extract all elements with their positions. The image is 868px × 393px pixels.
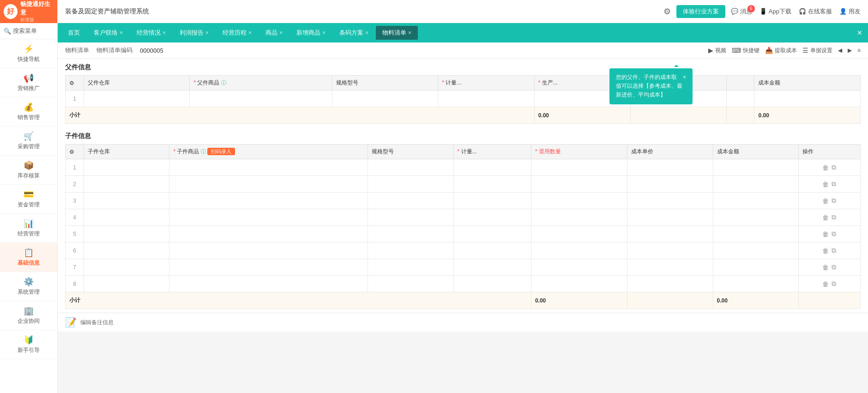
- child-unit-cost-cell[interactable]: [627, 193, 713, 209]
- close-icon[interactable]: ×: [408, 30, 411, 36]
- child-product-cell[interactable]: [169, 193, 368, 209]
- child-qty-cell[interactable]: [531, 193, 627, 209]
- prev-btn[interactable]: ◀: [838, 47, 842, 54]
- sidebar-item-enterprise[interactable]: 🏢 企业协同: [0, 301, 57, 330]
- child-measure-cell[interactable]: [453, 276, 531, 292]
- child-measure-cell[interactable]: [453, 242, 531, 259]
- child-measure-cell[interactable]: [453, 193, 531, 209]
- child-spec-cell[interactable]: [368, 176, 453, 193]
- sidebar-item-guide[interactable]: 🔰 新手引导: [0, 330, 57, 359]
- sidebar-item-basic-info[interactable]: 📋 基础信息: [0, 243, 57, 272]
- close-icon[interactable]: ×: [365, 30, 368, 36]
- tab-home[interactable]: 首页: [61, 26, 86, 40]
- sidebar-item-marketing[interactable]: 📢 营销推广: [0, 68, 57, 97]
- single-setting-btn[interactable]: ☰ 单据设置: [802, 47, 832, 54]
- tab-new-product[interactable]: 新增商品×: [290, 26, 332, 40]
- close-icon[interactable]: ×: [248, 30, 252, 36]
- child-measure-cell[interactable]: [453, 176, 531, 193]
- close-icon[interactable]: ×: [163, 30, 166, 36]
- user-btn[interactable]: 👤 用友: [839, 7, 861, 16]
- next-btn[interactable]: ▶: [848, 47, 852, 54]
- delete-icon[interactable]: 🗑: [822, 164, 829, 171]
- parent-col-settings[interactable]: ⚙: [66, 76, 84, 91]
- child-product-cell[interactable]: [169, 159, 368, 176]
- tab-history[interactable]: 经营历程×: [216, 26, 258, 40]
- child-warehouse-cell[interactable]: [84, 259, 169, 276]
- copy-icon[interactable]: ⧉: [832, 197, 836, 205]
- parent-measure-cell[interactable]: [438, 91, 534, 107]
- tab-barcode[interactable]: 条码方案×: [333, 26, 375, 40]
- bottom-note-text[interactable]: 编辑备注信息: [80, 319, 114, 326]
- child-warehouse-cell[interactable]: [84, 242, 169, 259]
- copy-icon[interactable]: ⧉: [832, 213, 836, 221]
- delete-icon[interactable]: 🗑: [822, 247, 829, 254]
- tab-bom[interactable]: 物料清单×: [376, 26, 418, 40]
- sidebar-item-finance[interactable]: 💳 资金管理: [0, 185, 57, 214]
- tab-customer[interactable]: 客户联络×: [87, 26, 129, 40]
- child-product-cell[interactable]: [169, 242, 368, 259]
- view-btn[interactable]: ▶ 视频: [708, 47, 726, 54]
- tab-products[interactable]: 商品×: [259, 26, 289, 40]
- delete-icon[interactable]: 🗑: [822, 280, 829, 288]
- child-qty-cell[interactable]: [531, 159, 627, 176]
- messages-btn[interactable]: 💬 消息 6: [731, 7, 752, 16]
- child-qty-cell[interactable]: [531, 242, 627, 259]
- sidebar-item-system[interactable]: ⚙️ 系统管理: [0, 272, 57, 301]
- tab-operations[interactable]: 经营情况×: [130, 26, 172, 40]
- child-spec-cell[interactable]: [368, 242, 453, 259]
- child-qty-cell[interactable]: [531, 209, 627, 226]
- sidebar-item-sales[interactable]: 💰 销售管理: [0, 97, 57, 127]
- child-warehouse-cell[interactable]: [84, 209, 169, 226]
- experience-btn[interactable]: 体验行业方案: [676, 5, 725, 18]
- child-unit-cost-cell[interactable]: [627, 276, 713, 292]
- sidebar-item-quick-nav[interactable]: ⚡ 快捷导航: [0, 39, 57, 68]
- child-unit-cost-cell[interactable]: [627, 159, 713, 176]
- child-qty-cell[interactable]: [531, 226, 627, 242]
- sidebar-search[interactable]: 🔍 搜索菜单: [0, 23, 57, 39]
- close-icon[interactable]: ×: [322, 30, 326, 36]
- child-warehouse-cell[interactable]: [84, 226, 169, 242]
- child-spec-cell[interactable]: [368, 159, 453, 176]
- child-spec-cell[interactable]: [368, 276, 453, 292]
- child-product-cell[interactable]: [169, 276, 368, 292]
- child-product-cell[interactable]: [169, 176, 368, 193]
- child-measure-cell[interactable]: [453, 226, 531, 242]
- online-service-btn[interactable]: 🎧 在线客服: [799, 7, 832, 16]
- child-product-cell[interactable]: [169, 226, 368, 242]
- close-icon[interactable]: ×: [120, 30, 123, 36]
- child-unit-cost-cell[interactable]: [627, 259, 713, 276]
- child-measure-cell[interactable]: [453, 159, 531, 176]
- sidebar-item-inventory[interactable]: 📦 库存核算: [0, 156, 57, 185]
- child-unit-cost-cell[interactable]: [627, 176, 713, 193]
- child-spec-cell[interactable]: [368, 226, 453, 242]
- tooltip-close-btn[interactable]: ×: [683, 73, 686, 82]
- child-warehouse-cell[interactable]: [84, 193, 169, 209]
- list-view-btn[interactable]: ≡: [857, 47, 861, 54]
- child-unit-cost-cell[interactable]: [627, 209, 713, 226]
- copy-icon[interactable]: ⧉: [832, 163, 836, 171]
- child-measure-cell[interactable]: [453, 209, 531, 226]
- close-all-tabs[interactable]: ✕: [855, 27, 864, 38]
- app-download-btn[interactable]: 📱 App下载: [760, 7, 791, 16]
- close-icon[interactable]: ×: [279, 30, 283, 36]
- child-warehouse-cell[interactable]: [84, 176, 169, 193]
- child-spec-cell[interactable]: [368, 193, 453, 209]
- child-spec-cell[interactable]: [368, 259, 453, 276]
- copy-icon[interactable]: ⧉: [832, 263, 836, 271]
- shortcut-btn[interactable]: ⌨ 快捷键: [732, 47, 760, 54]
- settings-icon[interactable]: ⚙: [663, 6, 671, 17]
- copy-icon[interactable]: ⧉: [832, 280, 836, 288]
- sidebar-item-purchase[interactable]: 🛒 采购管理: [0, 127, 57, 156]
- child-warehouse-cell[interactable]: [84, 276, 169, 292]
- child-qty-cell[interactable]: [531, 259, 627, 276]
- delete-icon[interactable]: 🗑: [822, 264, 829, 271]
- child-product-cell[interactable]: [169, 209, 368, 226]
- child-warehouse-cell[interactable]: [84, 159, 169, 176]
- delete-icon[interactable]: 🗑: [822, 197, 829, 205]
- delete-icon[interactable]: 🗑: [822, 181, 829, 188]
- child-spec-cell[interactable]: [368, 209, 453, 226]
- child-unit-cost-cell[interactable]: [627, 226, 713, 242]
- child-measure-cell[interactable]: [453, 259, 531, 276]
- copy-icon[interactable]: ⧉: [832, 247, 836, 254]
- child-qty-cell[interactable]: [531, 276, 627, 292]
